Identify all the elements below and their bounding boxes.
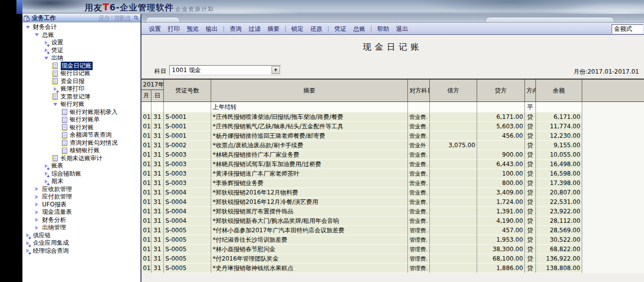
tree-item[interactable]: 出纳管理 xyxy=(22,224,140,232)
tree-expand-icon[interactable]: + xyxy=(43,164,49,168)
journal-row[interactable]: 0131S-0001*庄伟民报销氧气/乙炔/轴承/钻头/五金配件等工具营业费.5… xyxy=(141,122,644,131)
link-separator: | xyxy=(111,15,113,22)
tree-expand-icon[interactable] xyxy=(34,202,40,206)
tree-expand-icon[interactable]: + xyxy=(24,249,31,253)
tree-item[interactable]: 财务分析 xyxy=(22,216,140,224)
tree-item-label: 银行日记账 xyxy=(61,69,91,78)
toolbar-button[interactable]: 设置 xyxy=(145,25,164,33)
tree-item[interactable]: +期末 xyxy=(22,178,140,186)
document-icon xyxy=(52,71,59,77)
tree-item[interactable]: 出纳 xyxy=(22,54,140,62)
tree-item[interactable]: +经理综合查询 xyxy=(22,247,140,255)
journal-row[interactable]: 0131S-0001*杨丹娜报销接待巡回王璐老师餐费/邮寄费营业费.456.00… xyxy=(141,131,644,141)
tree-expand-icon[interactable]: + xyxy=(24,241,31,245)
tree-expand-icon[interactable]: + xyxy=(43,180,49,184)
subject-combobox[interactable]: 1001 现金 ▼ xyxy=(169,65,281,75)
toolbar-button[interactable]: 查询 xyxy=(226,25,245,33)
tree-item[interactable]: +企业应用集成 xyxy=(22,239,140,247)
toolbar-button[interactable]: 预览 xyxy=(183,25,202,33)
journal-row[interactable]: 0131S-0005*付纪淑香往长沙培训旅差费管理费.1,953.00贷30,5… xyxy=(141,235,644,245)
view-mode-selector[interactable]: 金额式 xyxy=(612,24,644,34)
tree-item[interactable]: +综合辅助账 xyxy=(22,170,140,178)
chevron-down-icon[interactable]: ▼ xyxy=(271,66,280,74)
toolbar-button[interactable]: 过滤 xyxy=(245,25,264,33)
tree-expand-icon[interactable]: + xyxy=(24,233,31,237)
tree-item[interactable]: 财务会计 xyxy=(22,23,140,31)
tree-item[interactable]: 现金日记账 xyxy=(22,62,140,70)
tree-item[interactable]: 余额调节表查询 xyxy=(22,131,140,139)
tree-item-label: 出纳 xyxy=(51,54,63,62)
tree-collapse-icon[interactable] xyxy=(24,26,31,29)
tree-item[interactable]: 银行日记账 xyxy=(22,70,140,78)
cell-month: 01 xyxy=(141,254,151,264)
tree-item[interactable]: +账表 xyxy=(22,162,140,170)
document-icon xyxy=(52,63,59,69)
tree-expand-icon[interactable] xyxy=(34,187,40,191)
journal-row[interactable]: 0131S-0001*庄伟民报销喷漆柴油/旧报纸/拖车柴油/路费/餐费营业费.6… xyxy=(141,112,644,122)
tree-collapse-icon[interactable] xyxy=(34,33,40,36)
tree-item[interactable]: 核销银行账 xyxy=(22,147,140,155)
toolbar-button[interactable]: 总账 xyxy=(350,25,369,33)
tree-expand-icon[interactable] xyxy=(34,195,40,199)
tree-item[interactable]: +设置 xyxy=(22,39,140,47)
journal-row[interactable]: 0131S-0003*林晓兵报销试驾车/新车加油费用/过桥费营业费.6,443.… xyxy=(141,160,644,169)
tree-expand-icon[interactable] xyxy=(34,210,40,214)
tree-item[interactable]: 银行对账 xyxy=(22,124,140,132)
tree-expand-icon[interactable]: + xyxy=(43,48,49,52)
tree-expand-icon[interactable]: + xyxy=(52,87,59,91)
cell-summary: *杨丹娜报销接待巡回王璐老师餐费/邮寄费 xyxy=(211,131,408,141)
tree-item[interactable]: 长期未达账审计 xyxy=(22,155,140,163)
journal-row[interactable]: 0131S-0005*付林小磊参加2017年广汽本田特约店会议旅差费管理费.45… xyxy=(141,226,644,235)
journal-row[interactable]: 0131S-0003*黄泽佳报销送广本厂家老师茶叶营业费.100.00贷16,5… xyxy=(141,169,644,179)
tree-item[interactable]: 支票登记簿 xyxy=(22,93,140,101)
tree-item[interactable]: 银行对账单 xyxy=(22,116,140,124)
cell-month: 01 xyxy=(141,245,151,254)
journal-row[interactable]: 0131S-0004*郑狄锐报销2016年12月物料费营业费.3,409.00贷… xyxy=(141,188,644,197)
toolbar-button[interactable]: 凭证 xyxy=(331,25,350,33)
tree-collapse-icon[interactable] xyxy=(52,103,59,106)
tree-expand-icon[interactable] xyxy=(34,218,40,222)
tree-item[interactable]: 资金日报 xyxy=(22,78,140,86)
tree-item[interactable]: +供应链 xyxy=(22,232,140,240)
toolbar-button[interactable]: 锁定 xyxy=(288,25,307,33)
cell-opponent xyxy=(408,102,430,112)
document-icon xyxy=(61,117,68,123)
tree-item[interactable]: 现金流量表 xyxy=(22,208,140,216)
toolbar-button[interactable]: 帮助 xyxy=(374,25,392,33)
toolbar-button[interactable]: 摘要 xyxy=(264,25,283,33)
tree-item[interactable]: 总账 xyxy=(22,31,140,39)
pin-icon[interactable] xyxy=(133,15,139,21)
tree-item[interactable]: 查询对账勾对情况 xyxy=(22,139,140,147)
journal-row[interactable]: 上年结转平 xyxy=(141,102,644,112)
journal-row[interactable]: 0131S-0002*收票点/废机油废品款/刷卡手续费营业外3,075.00贷9… xyxy=(141,141,644,150)
journal-row[interactable]: 0131S-0004*郑狄锐报销展厅布置摆件饰品营业费.1,391.00贷23,… xyxy=(141,207,644,216)
tree-expand-icon[interactable] xyxy=(34,226,40,230)
save-link[interactable]: 保存 xyxy=(99,14,110,22)
tree-item[interactable]: +账簿打印 xyxy=(22,85,140,93)
journal-row[interactable]: 0131S-0004*郑狄锐报销2016年12月冷餐/演艺费用营业费.1,724… xyxy=(141,197,644,207)
toolbar-button[interactable]: 退出 xyxy=(392,25,411,33)
tree-item[interactable]: +凭证 xyxy=(22,47,140,55)
journal-row[interactable]: 0131S-0003*李焕辉报销业务费营业费.800.00贷17,398.00 xyxy=(141,179,644,188)
tree-item[interactable]: UFO报表 xyxy=(22,201,140,209)
toolbar-button[interactable]: 打印 xyxy=(164,25,183,33)
cell-balance: 11,774.00 xyxy=(536,122,582,131)
toolbar-button[interactable]: 输出 xyxy=(202,25,221,33)
journal-row[interactable]: 0131S-0005*付2016年管理团队奖金管理费.68,100.00贷136… xyxy=(141,254,644,264)
tree-expand-icon[interactable]: + xyxy=(43,172,49,176)
toolbar-button[interactable]: 还原 xyxy=(307,25,326,33)
tree-expand-icon[interactable]: + xyxy=(43,41,49,45)
journal-row[interactable]: 0131S-0005*史丹琳报销敬神钱纸水果糕点管理费.1,886.00贷138… xyxy=(141,264,644,273)
tree-item[interactable]: 应付款管理 xyxy=(22,193,140,201)
tree-item[interactable]: 银行对账期初录入 xyxy=(22,108,140,116)
edit-mode-link[interactable]: 增删改 xyxy=(114,14,131,22)
tree-item[interactable]: 银行对账 xyxy=(22,100,140,108)
tree-item[interactable]: 应收款管理 xyxy=(22,186,140,193)
journal-row[interactable]: 0131S-0003*林晓兵报销接待广本厂家业务费营业费.900.00贷10,0… xyxy=(141,150,644,160)
journal-row[interactable]: 0131S-0005*林小磊报销春节慰问金管理费.38,300.00贷68,82… xyxy=(141,245,644,254)
journal-row[interactable]: 0131S-0004*郑狄锐报销新春大门/购水晶奖牌/租用年会音响营业费.4,1… xyxy=(141,216,644,226)
cell-balance: 16,598.00 xyxy=(536,169,582,179)
cell-debit xyxy=(430,235,477,245)
document-icon xyxy=(61,140,68,146)
tree-collapse-icon[interactable] xyxy=(43,57,49,60)
